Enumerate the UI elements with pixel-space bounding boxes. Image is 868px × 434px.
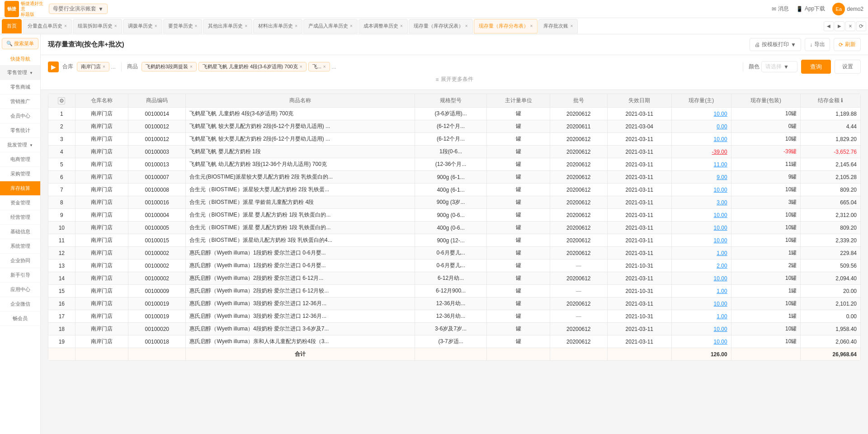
cell-qty-main[interactable]: 1.00 — [671, 247, 731, 259]
warehouse-tag[interactable]: 南岸门店 × — [77, 62, 109, 71]
tab-inventory-dist-close[interactable]: × — [530, 24, 533, 28]
tab-disassemble-close[interactable]: × — [114, 24, 117, 28]
col-settings[interactable]: ⚙ — [48, 94, 75, 108]
cell-qty-main[interactable]: 0.00 — [671, 120, 731, 133]
goods-tag-2[interactable]: 飞... × — [308, 62, 330, 71]
cell-no: 6 — [48, 171, 75, 184]
tab-next-button[interactable]: ▶ — [835, 21, 844, 31]
tab-batch-account[interactable]: 库存批次账 × — [538, 19, 578, 33]
expand-more-button[interactable]: ≡ 展开更多条件 — [435, 75, 473, 83]
sidebar-item-purchase[interactable]: 采购管理 — [0, 167, 40, 181]
app-icon: 📱 — [796, 6, 803, 12]
cell-qty-main[interactable]: 10.00 — [671, 323, 731, 335]
tab-disassemble[interactable]: 组装拆卸单历史 × — [73, 19, 122, 33]
table-row: 17 南岸门店 00100019 惠氏启醇（Wyeth illuma）3段奶粉 … — [48, 310, 861, 323]
cell-qty-main[interactable]: 2.00 — [671, 259, 731, 272]
tab-refresh-button[interactable]: ⟳ — [856, 21, 866, 31]
sidebar-item-operations[interactable]: 经营管理 — [0, 210, 40, 225]
cell-qty-main[interactable]: 1.00 — [671, 285, 731, 297]
user-profile[interactable]: Ea demo2 — [832, 3, 863, 15]
sidebar-item-retail[interactable]: 零售管理 ▼ — [0, 66, 40, 80]
color-select[interactable]: 请选择 ▼ — [761, 61, 797, 72]
sidebar-item-finance[interactable]: 资金管理 — [0, 196, 40, 210]
settings-button[interactable]: 设置 — [835, 60, 861, 74]
goods-tag-0-close[interactable]: × — [190, 64, 193, 69]
goods-tag-0[interactable]: 飞鹤奶粉3段两提装 × — [142, 62, 197, 71]
tab-other-out-close[interactable]: × — [245, 24, 247, 28]
tab-prev-button[interactable]: ◀ — [824, 21, 834, 31]
tab-close-all-button[interactable]: × — [845, 21, 855, 31]
sidebar-item-marketing[interactable]: 营销推广 — [0, 94, 40, 109]
sidebar-item-retail-shop[interactable]: 零售商城 — [0, 80, 40, 94]
tab-product-in[interactable]: 产成品入库单历史 × — [303, 19, 358, 33]
tab-requisition[interactable]: 要货单历史 × — [163, 19, 203, 33]
cell-qty-main[interactable]: 10.00 — [671, 184, 731, 196]
cell-qty-main[interactable]: 1.00 — [671, 310, 731, 323]
cell-qty-main[interactable]: -39.00 — [671, 146, 731, 158]
cell-qty-main[interactable]: 3.00 — [671, 196, 731, 209]
breadcrumb-select[interactable]: 母婴行业演示账套 ▼ — [49, 4, 108, 14]
tab-home[interactable]: 首页 — [2, 19, 22, 33]
tab-material-out-close[interactable]: × — [295, 24, 297, 28]
cell-no: 5 — [48, 158, 75, 171]
query-button[interactable]: 查询 — [801, 60, 831, 74]
sidebar-item-enterprise[interactable]: 企业协同 — [0, 254, 40, 268]
tab-split-inventory-close[interactable]: × — [64, 24, 67, 28]
cell-qty-main[interactable]: 10.00 — [671, 108, 731, 120]
message-button[interactable]: ✉ 消息 — [772, 5, 789, 13]
app-download-button[interactable]: 📱 App下载 — [796, 5, 825, 13]
cell-warehouse: 南岸门店 — [75, 184, 128, 196]
cell-name: 飞鹤星飞帆 婴儿配方奶粉 1段 — [186, 146, 415, 158]
goods-tag-1[interactable]: 飞鹤星飞帆 儿童奶粉 4段(3-6岁适用) 700克 × — [198, 62, 307, 71]
tab-split-inventory[interactable]: 分量盘点单历史 × — [23, 19, 72, 33]
tab-other-out[interactable]: 其他出库单历史 × — [203, 19, 252, 33]
cell-qty-main[interactable]: 10.00 — [671, 234, 731, 247]
tab-transfer-close[interactable]: × — [155, 24, 157, 28]
tab-cost-adjust[interactable]: 成本调整单历史 × — [359, 19, 408, 33]
col-settings-icon[interactable]: ⚙ — [58, 97, 65, 104]
print-button[interactable]: 🖨 按模板打印 ▼ — [750, 38, 801, 51]
sidebar-item-member2[interactable]: 畅会员 — [0, 311, 40, 326]
goods-tag-2-close[interactable]: × — [323, 64, 326, 69]
warehouse-more[interactable]: ... — [111, 64, 116, 70]
tab-inventory-status[interactable]: 现存量（库存状况表） × — [409, 19, 473, 33]
tab-transfer[interactable]: 调拨单历史 × — [123, 19, 162, 33]
sidebar-item-guide[interactable]: 新手引导 — [0, 268, 40, 283]
cell-qty-main[interactable]: 10.00 — [671, 272, 731, 285]
tab-inventory-status-close[interactable]: × — [465, 24, 468, 28]
tab-batch-account-close[interactable]: × — [570, 24, 573, 28]
tab-cost-adjust-close[interactable]: × — [400, 24, 403, 28]
cell-qty-main[interactable]: 10.00 — [671, 297, 731, 310]
warehouse-tag-close[interactable]: × — [103, 64, 105, 69]
footer-empty-3 — [128, 348, 186, 361]
tab-product-in-close[interactable]: × — [350, 24, 353, 28]
sidebar-item-ecommerce[interactable]: 电商管理 — [0, 152, 40, 167]
sidebar-item-app-center[interactable]: 应用中心 — [0, 283, 40, 297]
sidebar-item-member[interactable]: 会员中心 — [0, 109, 40, 123]
cell-code: 00100002 — [128, 259, 186, 272]
cell-spec: (3-7岁适... — [415, 335, 487, 348]
sidebar-search-button[interactable]: 🔍 搜索菜单 — [2, 38, 38, 49]
sidebar-item-enterprise-wechat[interactable]: 企业微信 — [0, 297, 40, 311]
sidebar-item-system[interactable]: 系统管理 — [0, 239, 40, 254]
goods-more[interactable]: ... — [332, 64, 336, 70]
cell-no: 9 — [48, 209, 75, 222]
cell-qty-main[interactable]: 10.00 — [671, 133, 731, 146]
refresh-button[interactable]: ⟳ 刷新 — [834, 38, 861, 51]
cell-qty-main[interactable]: 10.00 — [671, 222, 731, 234]
cell-qty-main[interactable]: 10.00 — [671, 209, 731, 222]
cell-qty-main[interactable]: 9.00 — [671, 171, 731, 184]
tab-requisition-close[interactable]: × — [195, 24, 198, 28]
sidebar-item-retail-stats[interactable]: 零售统计 — [0, 123, 40, 138]
sidebar-item-basics[interactable]: 基础信息 — [0, 225, 40, 239]
tab-inventory-dist[interactable]: 现存量（库存分布表） × — [474, 19, 538, 33]
tab-material-out[interactable]: 材料出库单历史 × — [253, 19, 302, 33]
cell-qty-main[interactable]: 10.00 — [671, 335, 731, 348]
sidebar-item-wholesale[interactable]: 批发管理 ▼ — [0, 138, 40, 152]
filter-expand-button[interactable]: ▶ — [48, 61, 59, 72]
sidebar-quick-nav[interactable]: 快捷导航 — [0, 53, 40, 66]
export-button[interactable]: ↓ 导出 — [805, 38, 830, 51]
goods-tag-1-close[interactable]: × — [300, 64, 302, 69]
sidebar-item-inventory[interactable]: 库存核算 — [0, 181, 40, 196]
cell-qty-main[interactable]: 11.00 — [671, 158, 731, 171]
